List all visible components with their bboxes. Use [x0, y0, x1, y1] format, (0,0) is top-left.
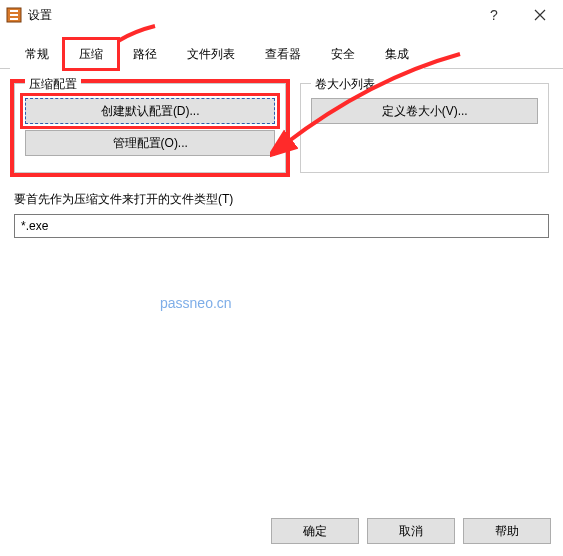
tab-compression[interactable]: 压缩 [64, 39, 118, 69]
manage-profiles-button[interactable]: 管理配置(O)... [25, 130, 275, 156]
tab-content: 压缩配置 创建默认配置(D)... 管理配置(O)... 卷大小列表 定义卷大小… [0, 69, 563, 252]
create-default-profile-button[interactable]: 创建默认配置(D)... [25, 98, 275, 124]
help-button[interactable]: 帮助 [463, 518, 551, 544]
define-volume-size-button[interactable]: 定义卷大小(V)... [311, 98, 538, 124]
watermark: passneo.cn [160, 295, 232, 311]
help-button[interactable]: ? [471, 0, 517, 30]
tabs: 常规 压缩 路径 文件列表 查看器 安全 集成 [0, 30, 563, 69]
dialog-footer: 确定 取消 帮助 [271, 518, 551, 544]
titlebar: 设置 ? [0, 0, 563, 30]
window-title: 设置 [28, 7, 471, 24]
group-legend: 卷大小列表 [311, 76, 379, 93]
tab-general[interactable]: 常规 [10, 39, 64, 69]
filetype-label: 要首先作为压缩文件来打开的文件类型(T) [14, 191, 549, 208]
tab-integration[interactable]: 集成 [370, 39, 424, 69]
volume-size-group: 卷大小列表 定义卷大小(V)... [300, 83, 549, 173]
tab-path[interactable]: 路径 [118, 39, 172, 69]
filetype-input[interactable] [14, 214, 549, 238]
svg-rect-1 [10, 10, 18, 12]
tab-filelist[interactable]: 文件列表 [172, 39, 250, 69]
svg-rect-2 [10, 14, 18, 16]
close-icon [534, 9, 546, 21]
cancel-button[interactable]: 取消 [367, 518, 455, 544]
app-icon [6, 7, 22, 23]
ok-button[interactable]: 确定 [271, 518, 359, 544]
tab-viewer[interactable]: 查看器 [250, 39, 316, 69]
compression-profiles-group: 压缩配置 创建默认配置(D)... 管理配置(O)... [14, 83, 286, 173]
tab-security[interactable]: 安全 [316, 39, 370, 69]
group-legend: 压缩配置 [25, 76, 81, 93]
close-button[interactable] [517, 0, 563, 30]
svg-rect-3 [10, 18, 18, 20]
